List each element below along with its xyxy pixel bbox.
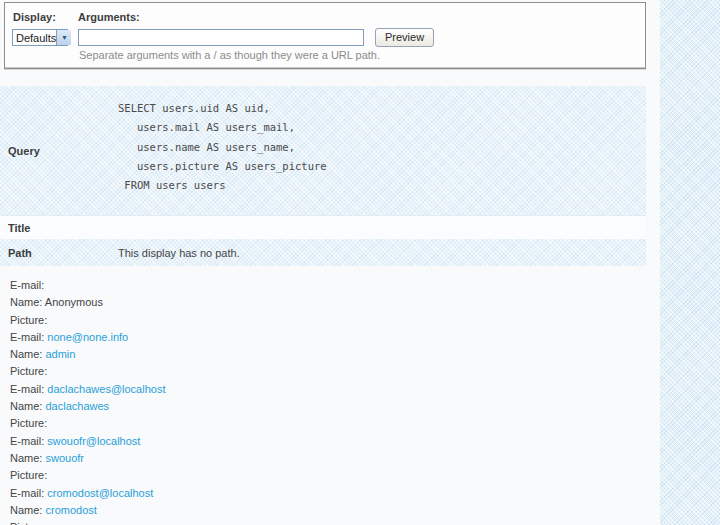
field-name: Name: swouofr [10,450,640,467]
chevron-down-icon[interactable]: ▼ [56,30,71,45]
name-value: Anonymous [45,296,103,308]
picture-label: Picture: [10,365,47,377]
display-select[interactable]: Defaults ▼ [12,29,68,46]
email-link[interactable]: swouofr@localhost [47,435,140,447]
user-link[interactable]: cromodost [45,504,96,516]
email-label: E-mail: [10,331,44,343]
field-picture: Picture: [10,519,640,525]
query-sql: SELECT users.uid AS uid, users.mail AS u… [118,86,327,215]
picture-label: Picture: [10,314,47,326]
title-label: Title [0,216,118,239]
name-label: Name: [10,348,42,360]
email-label: E-mail: [10,435,44,447]
field-email: E-mail: daclachawes@localhost [10,381,640,398]
name-label: Name: [10,400,42,412]
picture-label: Picture: [10,521,47,525]
field-name: Name: Anonymous [10,294,640,311]
preview-form: Display: Arguments: Defaults ▼ Preview S… [4,2,646,69]
email-label: E-mail: [10,487,44,499]
user-link[interactable]: daclachawes [45,400,109,412]
display-select-value: Defaults [13,32,56,44]
path-row: Path This display has no path. [0,239,646,266]
field-name: Name: cromodost [10,502,640,519]
field-picture: Picture: [10,312,640,329]
preview-meta-table: Query SELECT users.uid AS uid, users.mai… [0,86,646,266]
email-link[interactable]: cromodost@localhost [47,487,153,499]
field-picture: Picture: [10,363,640,380]
name-label: Name: [10,296,42,308]
email-link[interactable]: daclachawes@localhost [47,383,165,395]
preview-button[interactable]: Preview [375,28,434,47]
path-value: This display has no path. [118,239,240,266]
arguments-label: Arguments: [78,11,140,23]
field-name: Name: admin [10,346,640,363]
field-email: E-mail: cromodost@localhost [10,485,640,502]
name-label: Name: [10,504,42,516]
field-email: E-mail: none@none.info [10,329,640,346]
path-label: Path [0,239,118,266]
display-label: Display: [13,11,56,23]
arguments-description: Separate arguments with a / as though th… [79,49,380,61]
name-label: Name: [10,452,42,464]
field-name: Name: daclachawes [10,398,640,415]
email-link[interactable]: none@none.info [47,331,128,343]
user-link[interactable]: admin [45,348,75,360]
field-email: E-mail: swouofr@localhost [10,433,640,450]
query-label: Query [0,86,118,215]
user-link[interactable]: swouofr [45,452,84,464]
email-label: E-mail: [10,383,44,395]
arguments-input[interactable] [78,29,364,46]
page-background-panel [660,0,720,525]
picture-label: Picture: [10,469,47,481]
view-results: E-mail: Name: Anonymous Picture: E-mail:… [10,277,640,525]
query-row: Query SELECT users.uid AS uid, users.mai… [0,86,646,215]
title-row: Title [0,215,646,239]
field-picture: Picture: [10,467,640,484]
field-picture: Picture: [10,415,640,432]
email-label: E-mail: [10,279,44,291]
picture-label: Picture: [10,417,47,429]
field-email: E-mail: [10,277,640,294]
